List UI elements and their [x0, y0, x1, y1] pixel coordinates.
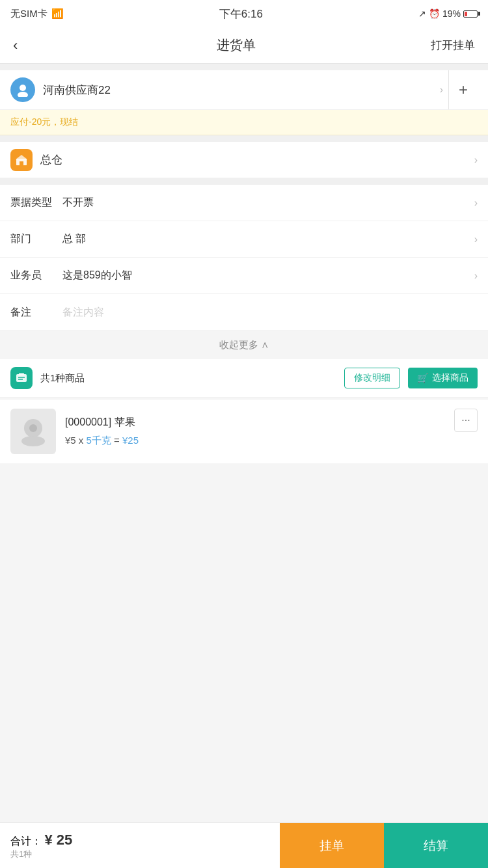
product-info: [0000001] 苹果 ¥5 x 5千克 = ¥25 — [65, 416, 454, 447]
svg-rect-6 — [19, 373, 24, 375]
svg-marker-3 — [16, 155, 27, 159]
form-section: 票据类型 不开票 › 部门 总 部 › 业务员 这是859的小智 › 备注 备注… — [0, 185, 488, 331]
product-title: 苹果 — [115, 416, 135, 427]
divider-1 — [0, 64, 488, 70]
products-icon — [10, 367, 33, 389]
total-label: 合计： — [10, 835, 42, 847]
dept-label: 部门 — [10, 232, 62, 246]
notes-input[interactable]: 备注内容 — [62, 306, 478, 319]
open-hang-button[interactable]: 打开挂单 — [431, 38, 475, 53]
invoice-label: 票据类型 — [10, 196, 62, 210]
notes-row: 备注 备注内容 — [0, 294, 488, 331]
warehouse-row[interactable]: 总仓 › — [0, 142, 488, 178]
product-code: [0000001] — [65, 416, 111, 427]
battery-icon — [463, 10, 478, 18]
notes-label: 备注 — [10, 306, 62, 319]
cart-icon: 🛒 — [417, 373, 428, 383]
multiply-sign: x — [79, 435, 87, 446]
back-button[interactable]: ‹ — [13, 37, 42, 54]
svg-rect-4 — [20, 161, 23, 165]
svg-point-11 — [29, 424, 37, 432]
total-count: 共1种 — [10, 848, 269, 860]
wifi-icon: 📶 — [51, 8, 64, 20]
warehouse-name: 总仓 — [40, 152, 474, 167]
warehouse-icon — [10, 149, 33, 171]
status-bar: 无SIM卡 📶 下午6:16 ↗ ⏰ 19% — [0, 0, 488, 27]
supplier-section: 河南供应商22 › + — [0, 70, 488, 110]
checkout-button[interactable]: 结算 — [384, 823, 488, 869]
divider-3 — [0, 178, 488, 185]
carrier-text: 无SIM卡 — [10, 8, 47, 20]
product-name: [0000001] 苹果 — [65, 416, 454, 429]
chevron-right-icon-warehouse: › — [474, 154, 478, 166]
supplier-avatar — [10, 77, 35, 102]
supplier-name: 河南供应商22 — [43, 83, 440, 98]
product-thumbnail — [10, 409, 56, 454]
nav-bar: ‹ 进货单 打开挂单 — [0, 27, 488, 64]
invoice-type-row[interactable]: 票据类型 不开票 › — [0, 185, 488, 221]
sales-value: 这是859的小智 — [62, 269, 474, 282]
notice-bar: 应付-20元，现结 — [0, 110, 488, 135]
divider-2 — [0, 135, 488, 142]
svg-point-1 — [18, 92, 28, 97]
add-supplier-button[interactable]: + — [449, 70, 478, 109]
total-amount: ¥ 25 — [44, 832, 72, 848]
collapse-label: 收起更多 ∧ — [219, 339, 269, 351]
status-right: ↗ ⏰ 19% — [418, 8, 478, 19]
collapse-bar[interactable]: 收起更多 ∧ — [0, 331, 488, 359]
bottom-bar: 合计： ¥ 25 共1种 挂单 结算 — [0, 822, 488, 868]
product-qty: 5千克 — [87, 435, 111, 446]
product-total: ¥25 — [122, 435, 139, 446]
svg-point-10 — [21, 436, 45, 446]
total-line: 合计： ¥ 25 — [10, 832, 269, 848]
alarm-icon: ⏰ — [429, 8, 440, 19]
chevron-right-invoice: › — [474, 197, 478, 209]
product-count-text: 共1种商品 — [40, 372, 336, 385]
select-btn-label: 选择商品 — [432, 372, 468, 384]
svg-point-0 — [20, 85, 26, 91]
bottom-spacer — [0, 463, 488, 515]
products-header: 共1种商品 修改明细 🛒 选择商品 — [0, 359, 488, 398]
equals-sign: = — [114, 435, 122, 446]
hang-order-button[interactable]: 挂单 — [280, 823, 384, 869]
product-price: ¥5 x 5千克 = ¥25 — [65, 435, 454, 447]
chevron-right-icon: › — [440, 84, 443, 96]
location-icon: ↗ — [418, 8, 426, 19]
battery-pct: 19% — [442, 8, 461, 19]
chevron-right-sales: › — [474, 270, 478, 282]
supplier-row[interactable]: 河南供应商22 › — [10, 70, 449, 109]
status-left: 无SIM卡 📶 — [10, 8, 64, 20]
sales-row[interactable]: 业务员 这是859的小智 › — [0, 258, 488, 294]
invoice-value: 不开票 — [62, 196, 474, 210]
chevron-right-dept: › — [474, 234, 478, 245]
product-more-button[interactable]: ··· — [454, 409, 478, 432]
unit-price: ¥5 — [65, 435, 76, 446]
product-item: [0000001] 苹果 ¥5 x 5千克 = ¥25 ··· — [0, 399, 488, 463]
dept-value: 总 部 — [62, 232, 474, 246]
status-time: 下午6:16 — [219, 7, 263, 21]
sales-label: 业务员 — [10, 269, 62, 282]
edit-detail-button[interactable]: 修改明细 — [344, 368, 400, 388]
total-section: 合计： ¥ 25 共1种 — [0, 832, 280, 860]
page-title: 进货单 — [217, 36, 256, 54]
select-product-button[interactable]: 🛒 选择商品 — [408, 368, 478, 388]
department-row[interactable]: 部门 总 部 › — [0, 221, 488, 258]
